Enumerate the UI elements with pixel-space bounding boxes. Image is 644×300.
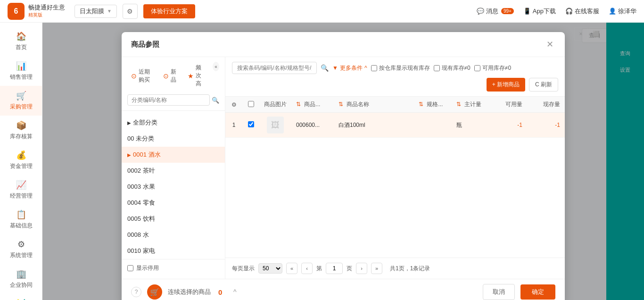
chevron-down-icon: ▼: [107, 8, 112, 14]
modal-close-button[interactable]: ✕: [544, 39, 555, 50]
prev-page-icon: ‹: [306, 266, 308, 271]
nav-selector[interactable]: 日太阳膜 ▼: [74, 5, 117, 18]
cell-stock: -1: [527, 113, 565, 138]
basic-icon: 📋: [16, 209, 26, 220]
filter-check2[interactable]: 现有库存≠0: [434, 64, 471, 72]
sidebar-item-enterprise[interactable]: 🏢 企业协同: [0, 264, 42, 294]
category-0008[interactable]: 0008 水: [122, 227, 225, 243]
check-warehouse-stock[interactable]: [371, 65, 377, 71]
category-0005[interactable]: 0005 饮料: [122, 211, 225, 227]
row-checkbox[interactable]: [248, 121, 254, 127]
page-number-input[interactable]: [326, 263, 343, 274]
sidebar-item-capital[interactable]: 💰 资金管理: [0, 145, 42, 175]
sales-icon: 📊: [16, 61, 26, 71]
question-icon: ?: [135, 289, 138, 295]
help-button[interactable]: ?: [131, 287, 141, 297]
online-service-button[interactable]: 🎧 在线客服: [565, 7, 599, 16]
message-icon: 💬: [477, 8, 484, 15]
collapse-footer-btn[interactable]: ^: [230, 287, 240, 297]
sort-unit-icon[interactable]: ⇅: [456, 101, 461, 108]
category-0004[interactable]: 0004 零食: [122, 195, 225, 211]
category-00[interactable]: 00 未分类: [122, 131, 225, 147]
sidebar-item-inventory[interactable]: 📦 库存核算: [0, 116, 42, 145]
check-nonzero-stock[interactable]: [434, 65, 440, 71]
pagination: 每页显示 50 100 200 « ‹: [225, 258, 565, 279]
headset-icon: 🎧: [565, 8, 573, 15]
sidebar-item-sales[interactable]: 📊 销售管理: [0, 56, 42, 86]
refresh-button[interactable]: C 刷新: [529, 78, 558, 92]
operations-icon: 📈: [16, 180, 26, 190]
modal-title: 商品参照: [131, 40, 159, 49]
col-header-num: ⚙: [225, 97, 242, 113]
nav-right: 💬 消息 99+ 📱 App下载 🎧 在线客服 👤 徐泽华: [477, 7, 636, 16]
category-search-input[interactable]: [127, 94, 210, 106]
confirm-button[interactable]: 确定: [520, 284, 555, 300]
user-profile[interactable]: 👤 徐泽华: [609, 7, 636, 16]
product-search-icon[interactable]: 🔍: [321, 64, 329, 72]
cart-button[interactable]: 🛒: [147, 284, 162, 300]
add-product-button[interactable]: + 新增商品: [487, 78, 525, 92]
sidebar-item-system[interactable]: ⚙ 系统管理: [0, 234, 42, 264]
collapse-left-btn[interactable]: «: [213, 62, 219, 71]
sort-name-icon[interactable]: ⇅: [339, 101, 343, 108]
sidebar-item-home[interactable]: 🏠 首页: [0, 26, 42, 56]
cart-icon: 🛒: [150, 288, 159, 297]
recent-icon: ⊙: [131, 72, 137, 80]
filter-check1[interactable]: 按仓库显示现有库存: [371, 64, 430, 72]
check-nonzero-avail[interactable]: [474, 65, 480, 71]
next-page-icon: ›: [361, 266, 363, 271]
sidebar-item-guide[interactable]: 🔰 新手引导: [0, 294, 42, 300]
col-header-check: [242, 97, 259, 113]
category-0002[interactable]: 0002 茶叶: [122, 163, 225, 179]
new-product-btn[interactable]: ⊙ 新品: [159, 62, 180, 90]
logo-text-block: 畅捷通好生意 精英版: [28, 4, 65, 18]
enterprise-icon: 🏢: [16, 269, 26, 279]
recent-buy-btn[interactable]: ⊙ 近期购买: [127, 62, 156, 90]
settings-col-icon[interactable]: ⚙: [231, 101, 237, 108]
first-page-button[interactable]: «: [286, 263, 297, 274]
sidebar-label-system: 系统管理: [10, 251, 33, 259]
cancel-button[interactable]: 取消: [483, 284, 515, 300]
trial-button[interactable]: 体验行业方案: [143, 4, 195, 18]
more-filter-btn[interactable]: ▼ 更多条件 ^: [332, 64, 367, 72]
select-all-checkbox[interactable]: [248, 101, 254, 107]
gear-button[interactable]: ⚙: [123, 4, 138, 19]
category-0003[interactable]: 0003 水果: [122, 179, 225, 195]
sidebar-item-operations[interactable]: 📈 经营管理: [0, 175, 42, 205]
category-all[interactable]: ▶ 全部分类: [122, 115, 225, 131]
message-button[interactable]: 💬 消息 99+: [477, 7, 514, 16]
chevron-up-icon: ^: [233, 288, 237, 296]
category-search-row: 🔍: [122, 94, 225, 111]
left-panel: ⊙ 近期购买 ⊙ 新品 ★ 频次高: [122, 57, 225, 279]
page-size-select[interactable]: 50 100 200: [258, 263, 282, 274]
filter-check3[interactable]: 可用库存≠0: [474, 64, 511, 72]
category-0001[interactable]: ▶ 0001 酒水: [122, 147, 225, 163]
category-list: ▶ 全部分类 00 未分类 ▶ 0001 酒水 0002 茶: [122, 115, 225, 259]
sidebar: 🏠 首页 📊 销售管理 🛒 采购管理 📦 库存核算 💰 资金管理 📈 经营管理 …: [0, 23, 42, 300]
show-disabled-checkbox[interactable]: [127, 265, 133, 271]
col-header-spec: ⇅ 规格...: [414, 97, 452, 113]
app-download-button[interactable]: 📱 App下载: [523, 7, 556, 16]
category-0010[interactable]: 0010 家电: [122, 243, 225, 259]
sidebar-item-purchase[interactable]: 🛒 采购管理: [0, 86, 42, 116]
high-freq-btn[interactable]: ★ 频次高: [184, 62, 209, 90]
cell-img: 🖼: [259, 113, 291, 138]
expand-icon: ▶: [127, 120, 131, 125]
prev-page-button[interactable]: ‹: [301, 263, 313, 274]
home-icon: 🏠: [16, 31, 26, 42]
sort-spec-icon[interactable]: ⇅: [419, 101, 423, 108]
table-row[interactable]: 1 🖼: [225, 113, 565, 138]
last-page-button[interactable]: »: [371, 263, 382, 274]
modal-overlay: 商品参照 ✕ ⊙ 近期购买: [42, 23, 644, 300]
category-search-icon[interactable]: 🔍: [212, 97, 219, 104]
modal-footer: ? 🛒 连续选择的商品 0 ^ 取消 确定: [122, 279, 565, 300]
product-thumbnail: 🖼: [267, 117, 284, 133]
cell-spec: [414, 113, 452, 138]
page-info: 共1页，1条记录: [390, 265, 430, 273]
close-icon: ✕: [546, 39, 553, 50]
sort-code-icon[interactable]: ⇅: [296, 101, 301, 108]
product-search-input[interactable]: [232, 62, 317, 74]
cell-check[interactable]: [242, 113, 259, 138]
sidebar-item-basic[interactable]: 📋 基础信息: [0, 205, 42, 234]
next-page-button[interactable]: ›: [356, 263, 367, 274]
